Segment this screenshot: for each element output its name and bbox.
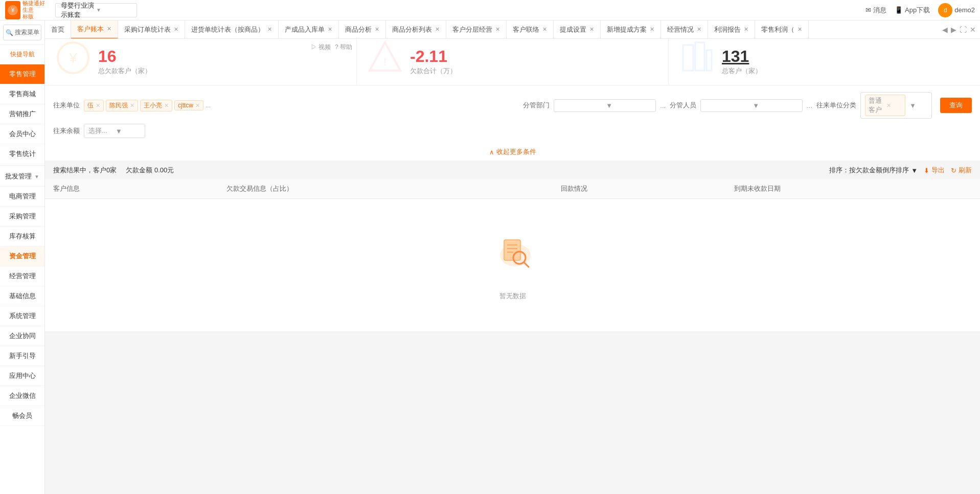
video-help-icon[interactable]: ▷ 视频 xyxy=(311,43,331,52)
sidebar: 🔍 搜索菜单 快捷导航 零售管理 零售商城 营销推广 会员中心 零售统计 批发管… xyxy=(0,20,45,494)
sort-dropdown[interactable]: 排序：按欠款金额倒序排序 ▼ xyxy=(829,166,918,175)
empty-icon xyxy=(490,230,536,285)
question-help-icon[interactable]: ? 帮助 xyxy=(335,43,352,52)
tab-next-icon[interactable]: ▶ xyxy=(951,26,956,34)
svg-rect-8 xyxy=(706,50,712,71)
tab-close-commission-settings[interactable]: ✕ xyxy=(589,26,594,33)
sidebar-item-finance-mgmt[interactable]: 资金管理 xyxy=(0,246,44,266)
stat-value-total-customers: 131 xyxy=(722,48,968,64)
avatar: d xyxy=(938,3,952,17)
stat-label-credit-amount: 欠款合计（万） xyxy=(410,66,656,76)
tab-prev-icon[interactable]: ◀ xyxy=(942,26,948,34)
tab-close-product-warehouse[interactable]: ✕ xyxy=(328,26,332,33)
dept-filter-ellipsis[interactable]: ... xyxy=(660,102,666,109)
data-table-container: 客户信息 欠款交易信息（占比） 回款情况 到期未收款日期 xyxy=(45,179,980,332)
balance-select-arrow: ▼ xyxy=(116,127,141,135)
tab-customer-segment[interactable]: 客户分层经营 ✕ xyxy=(446,20,507,39)
tab-close-inventory-stats[interactable]: ✕ xyxy=(267,26,272,33)
refresh-btn[interactable]: ↻ 刷新 xyxy=(951,166,972,175)
tab-close-customers[interactable]: ✕ xyxy=(107,26,111,32)
unit-type-select[interactable]: 普通客户 ✕ ▼ xyxy=(860,92,932,119)
tag-close-1[interactable]: ✕ xyxy=(130,102,134,109)
balance-select[interactable]: 选择... ▼ xyxy=(84,124,145,138)
message-icon: ✉ xyxy=(865,6,871,14)
tab-close-profit-report[interactable]: ✕ xyxy=(744,26,748,33)
tab-business-status[interactable]: 经营情况 ✕ xyxy=(661,20,708,39)
export-btn[interactable]: ⬇ 导出 xyxy=(924,166,945,175)
tab-new-commission[interactable]: 新增提成方案 ✕ xyxy=(601,20,661,39)
search-results-bar: 搜索结果中，客户0家 欠款金额 0.00元 排序：按欠款金额倒序排序 ▼ ⬇ 导… xyxy=(45,162,980,179)
logo-icon: ¥ xyxy=(5,1,20,19)
tab-close-customer-contact[interactable]: ✕ xyxy=(542,26,547,33)
sidebar-item-system-mgmt[interactable]: 系统管理 xyxy=(0,306,44,326)
sidebar-item-ecommerce[interactable]: 电商管理 xyxy=(0,187,44,207)
tag-close-0[interactable]: ✕ xyxy=(96,102,100,109)
tag-close-2[interactable]: ✕ xyxy=(164,102,169,109)
tab-close-goods-analysis[interactable]: ✕ xyxy=(375,26,379,33)
messages-btn[interactable]: ✉ 消息 xyxy=(865,6,886,15)
app-download-btn[interactable]: 📱 App下载 xyxy=(895,6,930,15)
filter-tag-2: 王小亮 ✕ xyxy=(140,100,172,111)
tab-customers[interactable]: 客户账本 ✕ xyxy=(71,20,118,39)
svg-text:¥: ¥ xyxy=(10,7,14,14)
tab-close-goods-analysis-list[interactable]: ✕ xyxy=(435,26,440,33)
tab-commission-settings[interactable]: 提成设置 ✕ xyxy=(554,20,601,39)
stat-total-customers: 131 总客户（家） xyxy=(669,39,980,85)
chevron-down-icon: ▼ xyxy=(34,174,39,179)
col-credit-info: 欠款交易信息（占比） xyxy=(218,179,553,199)
person-select[interactable]: ▼ xyxy=(700,99,803,112)
empty-row: 暂无数据 xyxy=(45,199,980,332)
sidebar-item-purchase-mgmt[interactable]: 采购管理 xyxy=(0,207,44,227)
sidebar-item-basic-info[interactable]: 基础信息 xyxy=(0,286,44,306)
dept-filter-label: 分管部门 xyxy=(523,101,550,110)
tab-goods-analysis-list[interactable]: 商品分析列表 ✕ xyxy=(386,20,446,39)
tab-product-warehouse[interactable]: 产成品入库单 ✕ xyxy=(279,20,339,39)
person-filter-ellipsis[interactable]: ... xyxy=(807,102,812,109)
sidebar-item-new-guide[interactable]: 新手引导 xyxy=(0,346,44,366)
filter-more-btn[interactable]: ... xyxy=(206,102,211,109)
sidebar-item-quick-nav[interactable]: 快捷导航 xyxy=(0,45,44,64)
tab-close-retail-profit[interactable]: ✕ xyxy=(797,26,802,33)
unit-type-tag-close[interactable]: ✕ xyxy=(886,102,902,109)
sidebar-item-member-center[interactable]: 会员中心 xyxy=(0,124,44,144)
tab-close-business-status[interactable]: ✕ xyxy=(697,26,701,33)
tag-close-3[interactable]: ✕ xyxy=(195,102,200,109)
collapse-btn[interactable]: ∧ 收起更多条件 xyxy=(53,143,972,161)
user-profile[interactable]: d demo2 xyxy=(938,3,975,17)
tab-home[interactable]: 首页 xyxy=(45,20,71,39)
sidebar-item-enterprise-wechat[interactable]: 企业微信 xyxy=(0,386,44,406)
sidebar-item-retail-mgmt[interactable]: 零售管理 xyxy=(0,64,44,84)
tab-close-customer-segment[interactable]: ✕ xyxy=(495,26,500,33)
sidebar-item-inventory-check[interactable]: 库存核算 xyxy=(0,227,44,246)
sidebar-item-operation-mgmt[interactable]: 经营管理 xyxy=(0,266,44,286)
query-button[interactable]: 查询 xyxy=(940,98,972,113)
filter-tag-1: 陈民强 ✕ xyxy=(106,100,138,111)
sidebar-item-batch-mgmt[interactable]: 批发管理 ▼ xyxy=(0,167,44,187)
search-menu-btn[interactable]: 🔍 搜索菜单 xyxy=(3,25,41,40)
main-layout: 🔍 搜索菜单 快捷导航 零售管理 零售商城 营销推广 会员中心 零售统计 批发管… xyxy=(0,20,980,494)
tab-purchase-orders[interactable]: 采购订单统计表 ✕ xyxy=(118,20,185,39)
content-area: 首页 客户账本 ✕ 采购订单统计表 ✕ 进货单统计表（按商品） ✕ 产成品入库单… xyxy=(45,20,980,494)
sidebar-search-area: 🔍 搜索菜单 xyxy=(0,20,44,45)
tab-retail-profit[interactable]: 零售利润（ ✕ xyxy=(755,20,809,39)
filter-tags-unit: 伍 ✕ 陈民强 ✕ 王小亮 ✕ cjttcw ✕ xyxy=(84,100,519,111)
sidebar-item-retail-stats[interactable]: 零售统计 xyxy=(0,144,44,164)
filter-tag-3: cjttcw ✕ xyxy=(174,100,203,110)
dept-select[interactable]: ▼ xyxy=(554,99,656,112)
col-customer-info: 客户信息 xyxy=(45,179,218,199)
tab-profit-report[interactable]: 利润报告 ✕ xyxy=(708,20,755,39)
tab-close-all-icon[interactable]: ✕ xyxy=(970,26,976,34)
sidebar-item-vip-member[interactable]: 畅会员 xyxy=(0,406,44,426)
tab-close-purchase-orders[interactable]: ✕ xyxy=(174,26,178,33)
tab-goods-analysis[interactable]: 商品分析 ✕ xyxy=(339,20,386,39)
tab-customer-contact[interactable]: 客户联络 ✕ xyxy=(507,20,554,39)
sidebar-item-retail-mall[interactable]: 零售商城 xyxy=(0,84,44,104)
tab-close-new-commission[interactable]: ✕ xyxy=(650,26,654,33)
sidebar-item-marketing[interactable]: 营销推广 xyxy=(0,104,44,124)
account-selector[interactable]: 母婴行业演示账套 ▼ xyxy=(55,3,137,17)
tab-fullscreen-icon[interactable]: ⛶ xyxy=(960,26,967,34)
tab-inventory-stats[interactable]: 进货单统计表（按商品） ✕ xyxy=(185,20,279,39)
chevron-up-icon: ∧ xyxy=(489,148,494,156)
sidebar-item-app-center[interactable]: 应用中心 xyxy=(0,366,44,386)
sidebar-item-enterprise-collab[interactable]: 企业协同 xyxy=(0,326,44,346)
